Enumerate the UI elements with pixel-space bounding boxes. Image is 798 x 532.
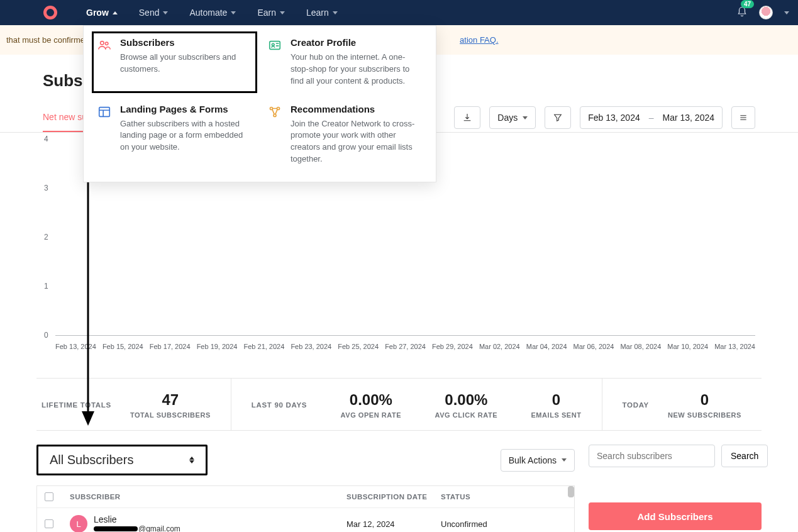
tab-net-new[interactable]: Net new su (43, 103, 87, 132)
y-tick: 3 (44, 184, 48, 192)
dd-recs-title: Recommendations (291, 104, 422, 114)
dd-landing-pages[interactable]: Landing Pages & Forms Gather subscribers… (97, 104, 252, 165)
baseline (55, 335, 755, 336)
dd-creator-profile[interactable]: Creator Profile Your hub on the internet… (268, 37, 422, 87)
x-tick: Feb 19, 2024 (197, 343, 238, 350)
people-icon (97, 38, 111, 52)
today-label: TODAY (623, 401, 649, 409)
y-tick: 1 (44, 282, 48, 291)
layout-icon (97, 105, 111, 119)
x-tick: Feb 23, 2024 (291, 343, 331, 350)
account-menu-chevron[interactable] (784, 11, 789, 14)
subscribers-table: SUBSCRIBER SUBSCRIPTION DATE STATUS LLes… (36, 485, 575, 532)
filter-button[interactable] (545, 106, 571, 129)
th-status[interactable]: STATUS (441, 493, 567, 501)
scrollbar[interactable] (568, 486, 574, 497)
nav-learn[interactable]: Learn (296, 1, 348, 24)
x-tick: Feb 29, 2024 (432, 343, 473, 350)
svg-point-7 (274, 114, 276, 116)
stat-open-rate: 0.00% AVG OPEN RATE (341, 391, 402, 419)
x-tick: Feb 27, 2024 (385, 343, 426, 350)
x-tick: Feb 17, 2024 (150, 343, 191, 350)
subscriber-name: Leslie (94, 514, 180, 524)
svg-point-3 (272, 43, 274, 46)
row-checkbox[interactable] (45, 519, 53, 528)
segment-select[interactable]: All Subscribers (36, 445, 208, 475)
lower-section: All Subscribers Bulk Actions SUBSCRIBER … (36, 445, 762, 532)
chevron-down-icon (523, 116, 528, 119)
last90-label: LAST 90 DAYS (252, 401, 307, 409)
table-row[interactable]: LLeslie@gmail.comMar 12, 2024Unconfirmed (37, 508, 574, 532)
logo (43, 6, 57, 19)
granularity-select[interactable]: Days (489, 106, 536, 129)
svg-point-6 (277, 107, 279, 109)
nav-right: 47 (736, 6, 789, 19)
subscription-status: Unconfirmed (441, 519, 567, 529)
chevron-up-icon (113, 11, 118, 14)
search-input[interactable] (589, 445, 715, 467)
grow-dropdown: Subscribers Browse all your subscribers … (83, 25, 436, 182)
x-tick: Feb 21, 2024 (244, 343, 285, 350)
dd-subscribers-title: Subscribers (120, 37, 249, 48)
nav-earn[interactable]: Earn (247, 1, 295, 24)
x-tick: Mar 13, 2024 (714, 343, 755, 350)
dd-landing-desc: Gather subscribers with a hosted landing… (120, 118, 252, 154)
stat-emails-sent: 0 EMAILS SENT (531, 391, 581, 419)
menu-icon (738, 113, 748, 123)
network-icon (268, 105, 282, 119)
y-tick: 2 (44, 233, 48, 241)
bulk-actions-button[interactable]: Bulk Actions (501, 449, 575, 472)
chart-controls: Days Feb 13, 2024 – Mar 13, 2024 (454, 106, 755, 129)
nav-send[interactable]: Send (129, 1, 179, 24)
segment-label: All Subscribers (50, 453, 133, 467)
dd-recs-desc: Join the Creator Network to cross-promot… (291, 118, 422, 165)
svg-rect-2 (270, 42, 280, 50)
bulk-actions-label: Bulk Actions (509, 455, 557, 465)
chart-menu-button[interactable] (731, 106, 755, 129)
notifications-button[interactable]: 47 (736, 6, 748, 19)
download-icon (462, 113, 472, 123)
stat-click-rate: 0.00% AVG CLICK RATE (435, 391, 498, 419)
x-axis-ticks: Feb 13, 2024Feb 15, 2024Feb 17, 2024Feb … (55, 343, 755, 350)
chevron-down-icon (163, 11, 168, 14)
chevron-down-icon (562, 458, 567, 462)
svg-point-5 (270, 107, 272, 109)
svg-point-1 (105, 42, 108, 45)
dd-subscribers[interactable]: Subscribers Browse all your subscribers … (97, 37, 252, 87)
avatar[interactable] (759, 6, 773, 19)
x-tick: Feb 25, 2024 (338, 343, 379, 350)
x-tick: Mar 02, 2024 (479, 343, 520, 350)
th-subscriber[interactable]: SUBSCRIBER (70, 493, 346, 501)
avatar: L (70, 515, 87, 532)
chevron-down-icon (333, 11, 338, 14)
top-nav: Grow Send Automate Earn Learn 47 Subscri… (0, 0, 798, 25)
th-date[interactable]: SUBSCRIPTION DATE (346, 493, 441, 501)
x-tick: Mar 06, 2024 (574, 343, 614, 350)
subscriber-email: @gmail.com (94, 524, 180, 532)
add-subscribers-button[interactable]: Add Subscribers (589, 502, 762, 530)
notifications-badge: 47 (741, 0, 754, 8)
date-range-picker[interactable]: Feb 13, 2024 – Mar 13, 2024 (580, 106, 723, 129)
dd-recommendations[interactable]: Recommendations Join the Creator Network… (268, 104, 422, 165)
subscription-date: Mar 12, 2024 (346, 519, 441, 529)
lifetime-label: LIFETIME TOTALS (42, 401, 111, 409)
chevron-down-icon (280, 11, 285, 14)
nav-grow[interactable]: Grow (76, 1, 128, 24)
nav-automate[interactable]: Automate (179, 1, 246, 24)
stat-new-subscribers: 0 NEW SUBSCRIBERS (668, 391, 741, 419)
svg-point-0 (101, 42, 104, 45)
id-card-icon (268, 38, 282, 52)
nav-items: Grow Send Automate Earn Learn (76, 1, 348, 24)
stat-total-subscribers: 47 TOTAL SUBSCRIBERS (130, 391, 211, 419)
sort-icon (189, 457, 194, 463)
notice-link[interactable]: ation FAQ. (460, 35, 498, 45)
dd-creator-desc: Your hub on the internet. A one-stop-sho… (291, 52, 422, 87)
download-button[interactable] (454, 106, 480, 129)
x-tick: Mar 08, 2024 (620, 343, 661, 350)
dd-landing-title: Landing Pages & Forms (120, 104, 252, 114)
stats-bar: LIFETIME TOTALS 47 TOTAL SUBSCRIBERS LAS… (36, 378, 762, 431)
x-tick: Feb 15, 2024 (103, 343, 143, 350)
search-button[interactable]: Search (721, 445, 768, 467)
select-all-checkbox[interactable] (45, 492, 53, 501)
dash: – (649, 113, 654, 123)
